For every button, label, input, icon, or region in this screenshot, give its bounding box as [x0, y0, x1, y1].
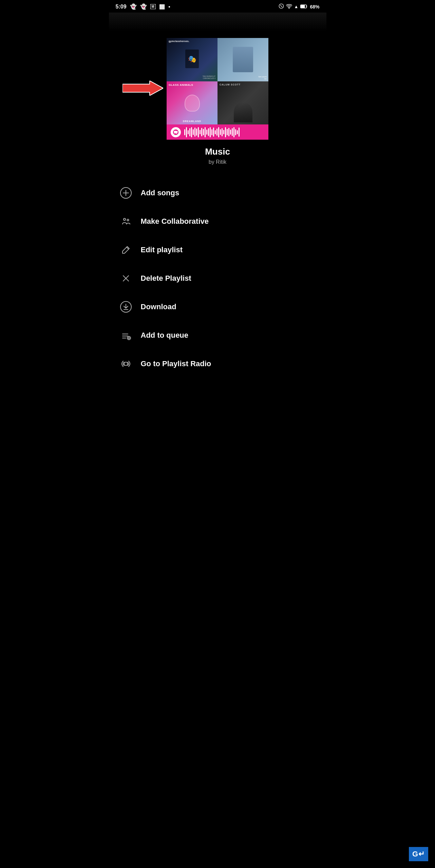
spotify-barcode: [184, 127, 264, 137]
menu-item-add-songs[interactable]: Add songs: [109, 179, 326, 207]
add-to-queue-icon: [119, 329, 133, 342]
add-songs-icon: [119, 186, 133, 200]
wifi-icon: [286, 4, 292, 9]
cover-liam-payne: liam paynelp1: [218, 38, 268, 81]
cover-glass-animals: GLASS ANIMALS DREAMLAND: [167, 81, 218, 125]
status-right: ▲ 68%: [279, 3, 320, 10]
arrow-indicator: [122, 81, 163, 97]
top-blur-area: [109, 13, 326, 31]
status-bar: 5:09 👻 👻 M ⬜ ● ▲: [109, 0, 326, 13]
add-to-queue-label: Add to queue: [141, 331, 189, 340]
menu-item-download[interactable]: Download: [109, 293, 326, 321]
download-icon: [119, 300, 133, 314]
battery-percent: 68%: [310, 4, 319, 9]
cover-gym-class: gymclassheroes. 🎭 THE PAPERCUTCHRONICLES…: [167, 38, 218, 81]
svg-point-2: [288, 8, 289, 8]
memo-icon: M: [150, 4, 156, 9]
battery-icon: [300, 4, 308, 9]
status-time: 5:09: [116, 4, 127, 10]
cover-grid: gymclassheroes. 🎭 THE PAPERCUTCHRONICLES…: [167, 38, 268, 124]
spotify-logo: [171, 127, 181, 137]
playlist-cover: gymclassheroes. 🎭 THE PAPERCUTCHRONICLES…: [167, 38, 268, 140]
menu-item-make-collaborative[interactable]: Make Collaborative: [109, 207, 326, 236]
spotify-code-bar: [167, 124, 268, 140]
add-songs-label: Add songs: [141, 189, 179, 197]
playlist-author: by Ritik: [205, 159, 230, 165]
menu-item-delete-playlist[interactable]: Delete Playlist: [109, 264, 326, 293]
make-collaborative-icon: [119, 215, 133, 228]
dot-icon: ●: [168, 5, 170, 8]
svg-point-11: [124, 218, 126, 220]
go-to-radio-label: Go to Playlist Radio: [141, 359, 211, 368]
menu-item-edit-playlist[interactable]: Edit playlist: [109, 236, 326, 264]
edit-playlist-icon: [119, 243, 133, 257]
svg-marker-6: [122, 81, 163, 96]
snapchat2-icon: 👻: [140, 3, 147, 10]
menu-item-add-to-queue[interactable]: Add to queue: [109, 321, 326, 350]
download-label: Download: [141, 302, 176, 311]
mute-icon: [279, 3, 284, 10]
delete-playlist-icon: [119, 272, 133, 285]
playlist-title: Music: [205, 146, 230, 157]
make-collaborative-label: Make Collaborative: [141, 217, 209, 226]
playlist-info: Music by Ritik: [205, 140, 230, 169]
svg-point-12: [127, 219, 129, 221]
signal-icon: ▲: [294, 4, 299, 9]
menu-list: Add songs Make Collaborative Edit playli…: [109, 172, 326, 385]
edit-playlist-label: Edit playlist: [141, 245, 183, 254]
snapchat-icon: 👻: [130, 3, 137, 10]
svg-point-25: [124, 362, 128, 366]
cover-calum-scott: CALUM SCOTT: [218, 81, 268, 125]
svg-rect-4: [301, 5, 305, 8]
svg-line-1: [280, 5, 282, 7]
radio-icon: [119, 357, 133, 371]
menu-item-go-to-radio[interactable]: Go to Playlist Radio: [109, 350, 326, 378]
instagram-icon: ⬜: [159, 4, 165, 9]
cover-section: gymclassheroes. 🎭 THE PAPERCUTCHRONICLES…: [109, 31, 326, 172]
delete-playlist-label: Delete Playlist: [141, 274, 191, 283]
status-left: 5:09 👻 👻 M ⬜ ●: [116, 3, 170, 10]
